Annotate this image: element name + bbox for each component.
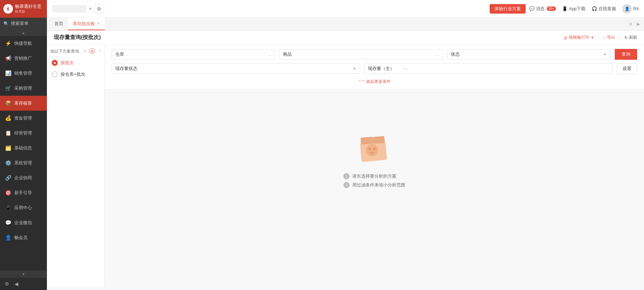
search-menu[interactable]: 🔍 搜索菜单 (0, 18, 47, 29)
tab-home[interactable]: 首页 (50, 18, 68, 30)
messages-label: 消息 (536, 6, 545, 12)
collapse-more-label: 收起更多条件 (366, 79, 391, 85)
print-template-button[interactable]: 🖨 按模板打印 ▼ (563, 35, 594, 40)
query-button[interactable]: 查询 (615, 49, 637, 60)
tab-inventory-batch-label: 库存批次账 (73, 21, 95, 27)
app-download-item[interactable]: 📱 App下载 (562, 6, 586, 12)
sidebar-item-member[interactable]: 👤 畅会员 (0, 230, 47, 245)
product-label: 商品 (283, 51, 292, 57)
online-service-item[interactable]: 🎧 在线客服 (592, 6, 616, 12)
warehouse-filter[interactable]: 仓库 ... (112, 49, 275, 59)
app-download-label: App下载 (569, 6, 586, 12)
tab-inventory-batch[interactable]: 库存批次账 ✕ (68, 18, 105, 30)
scheme-label: 按批次 (61, 60, 74, 66)
scheme-inactive-dot (52, 71, 58, 77)
stock-status-dropdown-icon: ▼ (353, 67, 356, 71)
settings-scheme-icon[interactable]: ⊕ (89, 48, 95, 54)
page-actions: 🖨 按模板打印 ▼ | ↑ 导出 | ↻ 刷新 (563, 35, 637, 40)
newbie-icon: 🎯 (5, 189, 12, 196)
phone-icon: 📱 (562, 6, 567, 11)
tab-bar-close-icon[interactable]: ✕ (626, 21, 635, 27)
sidebar-item-appcenter[interactable]: 📱 应用中心 (0, 200, 47, 215)
page-title: 现存量查询(按批次) (54, 34, 101, 41)
gear-button[interactable]: ⚙ (95, 4, 104, 14)
user-item[interactable]: 👤 Rit (622, 4, 639, 14)
stock-quantity-label: 现存量（主） (368, 66, 394, 72)
sidebar-item-label: 资金管理 (14, 115, 32, 121)
warehouse-more-icon[interactable]: ... (268, 52, 271, 57)
sidebar-item-operations[interactable]: 📋 经营管理 (0, 126, 47, 141)
scheme-item-by-warehouse-batch[interactable]: 按仓库+批次 (47, 69, 104, 80)
sidebar-item-label: 新手引导 (14, 190, 32, 196)
sidebar-item-inventory[interactable]: 📦 库存核算 (0, 96, 47, 111)
empty-hint-1: 1 请先选择要分析的方案 (343, 173, 405, 179)
online-service-label: 在线客服 (598, 6, 616, 12)
product-filter[interactable]: 商品 ... (279, 49, 443, 59)
status-dropdown-icon: ▼ (603, 52, 607, 56)
sidebar-item-marketing[interactable]: 📢 营销推广 (0, 51, 47, 66)
tab-close-icon[interactable]: ✕ (97, 21, 100, 26)
status-filter[interactable]: 状态 ▼ (447, 49, 611, 59)
svg-rect-1 (360, 137, 373, 144)
scheme-active-dot: ● (52, 60, 58, 66)
sidebar-item-enterprise[interactable]: 🔗 企业协同 (0, 170, 47, 185)
avatar: 👤 (622, 4, 632, 14)
main-area: ▼ ⚙ 体验行业方案 💬 消息 99+ 📱 App下载 🎧 在线客服 👤 Rit (47, 0, 644, 290)
sidebar-item-newbie[interactable]: 🎯 新手引导 (0, 185, 47, 200)
sidebar-title-block: 畅康通好生意 标准版 (15, 4, 41, 14)
hint-text-1: 请先选择要分析的方案 (352, 173, 396, 179)
content-area: 现存量查询(按批次) 🖨 按模板打印 ▼ | ↑ 导出 | ↻ 刷新 (47, 31, 644, 290)
svg-rect-2 (372, 136, 385, 144)
left-panel-header: 按以下方案查询 ＋ ⊕ 《 (47, 48, 104, 57)
sidebar-item-shortcuts[interactable]: ⚡ 快捷导航 (0, 36, 47, 51)
empty-hint-2: 2 用过滤条件来缩小分析范围 (343, 182, 405, 188)
add-scheme-icon[interactable]: ＋ (83, 48, 87, 54)
settings-icon[interactable]: ⚙ (5, 281, 9, 287)
app-logo: 6 (3, 4, 13, 14)
sidebar-item-finance[interactable]: 💰 资金管理 (0, 111, 47, 126)
sidebar-item-purchase[interactable]: 🛒 采购管理 (0, 81, 47, 96)
sidebar-scroll-down[interactable]: ▼ (0, 271, 47, 277)
tab-bar-more-icon[interactable]: ▶ (635, 22, 641, 26)
stock-status-filter[interactable]: 现存量状态 ▼ (112, 64, 360, 74)
app-subtitle: 标准版 (15, 9, 41, 14)
export-button[interactable]: ↑ 导出 (604, 35, 615, 40)
sidebar-item-basic[interactable]: 🗂️ 基础信息 (0, 141, 47, 156)
sidebar-item-sales[interactable]: 📊 销售管理 (0, 66, 47, 81)
collapse-more-btn[interactable]: ⌃⌃ 收起更多条件 (112, 77, 637, 87)
sidebar-item-system[interactable]: ⚙️ 系统管理 (0, 156, 47, 170)
enterprise-icon: 🔗 (5, 175, 12, 181)
basic-icon: 🗂️ (5, 145, 12, 151)
stock-status-label: 现存量状态 (115, 66, 137, 72)
print-icon: 🖨 (563, 35, 567, 40)
appcenter-icon: 📱 (5, 204, 12, 211)
app-title: 畅康通好生意 (15, 4, 41, 10)
product-more-icon[interactable]: ... (436, 52, 439, 57)
shortcuts-icon: ⚡ (5, 40, 12, 47)
settings-button[interactable]: 设置 (617, 63, 637, 74)
refresh-button[interactable]: ↻ 刷新 (624, 35, 637, 40)
sidebar-scroll-up[interactable]: ▲ (0, 29, 47, 36)
stock-quantity-filter[interactable]: 现存量（主） — (364, 64, 613, 74)
main-body: 按以下方案查询 ＋ ⊕ 《 ● 按批次 按仓库+批次 (47, 45, 644, 287)
finance-icon: 💰 (5, 115, 12, 122)
breadcrumb-arrow-icon: ▼ (88, 6, 92, 11)
sidebar-item-wechat[interactable]: 💬 企业微信 (0, 215, 47, 230)
scheme-item-by-batch[interactable]: ● 按批次 (47, 57, 104, 69)
messages-item[interactable]: 💬 消息 99+ (529, 6, 556, 12)
left-panel-icons: ＋ ⊕ 《 (83, 48, 101, 54)
breadcrumb-input[interactable] (52, 5, 86, 13)
sidebar-header: 6 畅康通好生意 标准版 (0, 0, 47, 18)
search-icon: 🔍 (3, 21, 9, 26)
toggle-sidebar-icon[interactable]: ◀ (15, 281, 18, 287)
action-divider-2: | (619, 35, 620, 40)
hint-text-2: 用过滤条件来缩小分析范围 (352, 182, 405, 188)
page-header: 现存量查询(按批次) 🖨 按模板打印 ▼ | ↑ 导出 | ↻ 刷新 (47, 31, 644, 45)
collapse-up-icon: ⌃⌃ (358, 79, 365, 84)
sidebar-item-label: 畅会员 (14, 235, 28, 241)
print-dropdown-icon: ▼ (591, 36, 594, 39)
trial-button[interactable]: 体验行业方案 (490, 4, 526, 14)
warehouse-label: 仓库 (115, 51, 124, 57)
status-label: 状态 (451, 51, 460, 57)
collapse-left-panel-icon[interactable]: 《 (97, 48, 101, 54)
